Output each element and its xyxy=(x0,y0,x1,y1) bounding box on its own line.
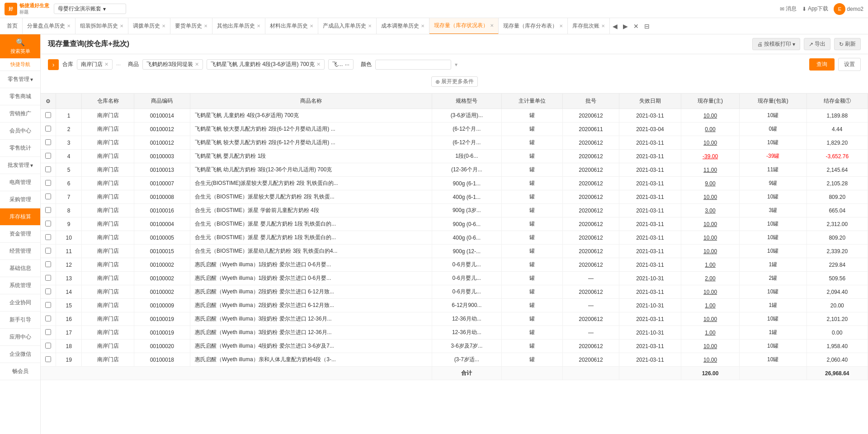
sidebar-item-finance[interactable]: 资金管理 xyxy=(0,226,40,243)
expand-filter-btn[interactable]: › xyxy=(48,59,59,70)
row-checkbox[interactable] xyxy=(41,340,56,353)
tab-cost-adjust[interactable]: 成本调整单历史 ✕ xyxy=(377,18,429,34)
row-qty[interactable]: 1.00 xyxy=(681,326,740,340)
close-icon[interactable]: ✕ xyxy=(162,24,165,28)
sidebar-item-system[interactable]: 系统管理 xyxy=(0,277,40,294)
row-checkbox[interactable] xyxy=(41,353,56,367)
row-qty[interactable]: 1.00 xyxy=(681,258,740,272)
row-qty[interactable]: 10.00 xyxy=(681,285,740,299)
tab-requisition[interactable]: 要货单历史 ✕ xyxy=(170,18,212,34)
row-qty[interactable]: 11.00 xyxy=(681,163,740,177)
tab-split[interactable]: 分量盘点单历史 ✕ xyxy=(23,18,75,34)
close-icon[interactable]: ✕ xyxy=(67,24,71,28)
row-qty[interactable]: 9.00 xyxy=(681,177,740,190)
row-qty[interactable]: 10.00 xyxy=(681,340,740,353)
tab-stock-dist[interactable]: 现存量（库存分布表） ✕ xyxy=(499,18,568,34)
row-checkbox[interactable] xyxy=(41,150,56,163)
row-checkbox[interactable] xyxy=(41,285,56,299)
close-icon[interactable]: ✕ xyxy=(368,24,372,28)
product-filter-tag-1[interactable]: 飞鹤奶粉3段同堤装 ✕ xyxy=(142,59,203,70)
row-checkbox[interactable] xyxy=(41,299,56,312)
sidebar-item-marketing[interactable]: 营销推广 xyxy=(0,105,40,123)
close-icon[interactable]: ✕ xyxy=(310,24,313,28)
row-checkbox[interactable] xyxy=(41,312,56,326)
row-checkbox[interactable] xyxy=(41,177,56,190)
row-checkbox[interactable] xyxy=(41,190,56,204)
row-checkbox[interactable] xyxy=(41,123,56,136)
row-qty[interactable]: 10.00 xyxy=(681,136,740,150)
tab-unpack[interactable]: 组装拆卸单历史 ✕ xyxy=(75,18,128,34)
row-qty[interactable]: 2.00 xyxy=(681,272,740,285)
product-filter-tag-2[interactable]: 飞鹤星飞帆 儿童奶粉 4段(3-6岁适用) 700克 ✕ xyxy=(207,59,325,70)
row-checkbox[interactable] xyxy=(41,272,56,285)
search-btn[interactable]: 查询 xyxy=(809,58,835,71)
remove-product2-icon[interactable]: ✕ xyxy=(316,61,321,67)
sidebar-item-wechat[interactable]: 企业微信 xyxy=(0,346,40,363)
tab-menu-btn[interactable]: ⊟ xyxy=(642,23,652,30)
row-qty[interactable]: 10.00 xyxy=(681,190,740,204)
close-icon[interactable]: ✕ xyxy=(204,24,208,28)
sidebar-item-vip[interactable]: 畅会员 xyxy=(0,363,40,380)
close-icon[interactable]: ✕ xyxy=(601,24,605,28)
row-qty[interactable]: 10.00 xyxy=(681,312,740,326)
remove-product1-icon[interactable]: ✕ xyxy=(195,61,199,67)
sidebar-item-retail-shop[interactable]: 零售商城 xyxy=(0,88,40,105)
tab-product-in[interactable]: 产成品入库单历史 ✕ xyxy=(318,18,377,34)
tab-home[interactable]: 首页 xyxy=(2,18,23,34)
expand-conditions-btn[interactable]: ⊕ 展开更多条件 xyxy=(431,76,478,87)
sidebar-nav-section[interactable]: 快捷导航 xyxy=(0,58,40,71)
sidebar-item-purchase[interactable]: 采购管理 xyxy=(0,191,40,208)
tab-transfer[interactable]: 调拨单历史 ✕ xyxy=(128,18,170,34)
warehouse-filter-tag[interactable]: 南岸门店 ✕ xyxy=(77,59,113,70)
tab-next-btn[interactable]: ▶ xyxy=(620,23,631,30)
row-qty[interactable]: 10.00 xyxy=(681,109,740,123)
row-qty[interactable]: 0.00 xyxy=(681,123,740,136)
close-icon[interactable]: ✕ xyxy=(559,24,563,28)
tab-stock-status[interactable]: 现存量（库存状况表） ✕ xyxy=(429,18,499,34)
sidebar-item-ecommerce[interactable]: 电商管理 xyxy=(0,174,40,191)
close-icon[interactable]: ✕ xyxy=(421,24,425,28)
col-settings[interactable]: ⚙ xyxy=(41,94,56,109)
export-btn[interactable]: ↗ 导出 xyxy=(804,38,830,50)
sidebar-item-apps[interactable]: 应用中心 xyxy=(0,329,40,346)
template-print-btn[interactable]: 🖨 按模板打印 ▾ xyxy=(752,38,800,50)
sidebar-item-guide[interactable]: 新手引导 xyxy=(0,311,40,329)
row-checkbox[interactable] xyxy=(41,163,56,177)
sidebar-item-wholesale[interactable]: 批发管理 ▾ xyxy=(0,157,40,174)
color-input[interactable] xyxy=(375,60,451,70)
tab-material-out[interactable]: 材料出库单历史 ✕ xyxy=(265,18,318,34)
product-filter-tag-more[interactable]: 飞… ··· xyxy=(328,59,354,70)
tab-other-out[interactable]: 其他出库单历史 ✕ xyxy=(212,18,265,34)
close-icon[interactable]: ✕ xyxy=(120,24,123,28)
close-icon[interactable]: ✕ xyxy=(490,23,494,28)
remove-warehouse-icon[interactable]: ✕ xyxy=(104,61,108,67)
row-qty[interactable]: -39.00 xyxy=(681,150,740,163)
sidebar-item-inventory[interactable]: 库存核算 xyxy=(0,208,40,226)
tab-close-btn[interactable]: ✕ xyxy=(631,23,642,30)
row-qty[interactable]: 10.00 xyxy=(681,231,740,245)
account-selector[interactable]: 母婴行业演示账套 ▾ xyxy=(54,4,126,14)
row-qty[interactable]: 10.00 xyxy=(681,217,740,231)
sidebar-item-member[interactable]: 会员中心 xyxy=(0,123,40,140)
sidebar-item-retail-stats[interactable]: 零售统计 xyxy=(0,140,40,157)
download-btn[interactable]: ⬇ App下载 xyxy=(802,5,828,13)
row-checkbox[interactable] xyxy=(41,231,56,245)
sidebar-item-retail[interactable]: 零售管理 ▾ xyxy=(0,71,40,88)
refresh-btn[interactable]: ↻ 刷新 xyxy=(834,38,861,50)
tab-prev-btn[interactable]: ◀ xyxy=(610,23,620,30)
close-icon[interactable]: ✕ xyxy=(257,24,260,28)
row-checkbox[interactable] xyxy=(41,245,56,258)
row-qty[interactable]: 3.00 xyxy=(681,204,740,217)
sidebar-item-enterprise[interactable]: 企业协同 xyxy=(0,294,40,311)
tab-batch-voucher[interactable]: 库存批次账 ✕ xyxy=(568,18,610,34)
row-checkbox[interactable] xyxy=(41,217,56,231)
settings-btn[interactable]: 设置 xyxy=(838,58,861,71)
row-qty[interactable]: 10.00 xyxy=(681,245,740,258)
user-profile[interactable]: E demo2 xyxy=(834,3,863,15)
sidebar-item-basic[interactable]: 基础信息 xyxy=(0,260,40,277)
sidebar-item-operations[interactable]: 经营管理 xyxy=(0,243,40,260)
row-checkbox[interactable] xyxy=(41,204,56,217)
row-checkbox[interactable] xyxy=(41,109,56,123)
row-checkbox[interactable] xyxy=(41,258,56,272)
row-qty[interactable]: 10.00 xyxy=(681,353,740,367)
